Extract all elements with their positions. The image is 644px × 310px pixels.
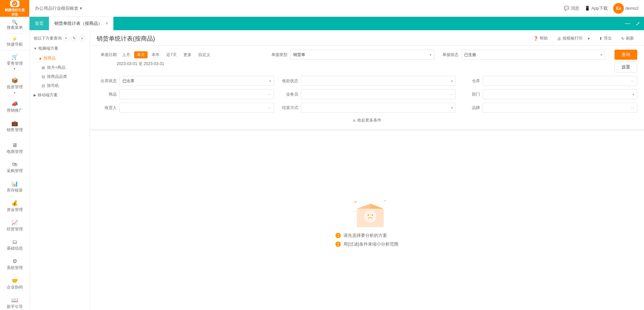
tab-home[interactable]: 首页 [30, 17, 49, 30]
scheme-item-month-goods[interactable]: ⊞ 按月+商品 [30, 63, 90, 72]
guide-label: 新手引导 [7, 304, 23, 310]
sidebar-item-operations[interactable]: 📈 经营管理 [0, 216, 29, 236]
sidebar-search[interactable]: 🔍 搜索菜单 [0, 17, 29, 34]
settlement-cell: 结算方式 ▾ [278, 103, 455, 113]
data-area: ✦ ✦ ✦ 1 请先选择要分析的方案 2 用[过滤]条件来缩小分析范围 [90, 131, 644, 310]
dept-select[interactable]: ▾ [483, 89, 637, 99]
warehouse-select[interactable]: ··· [483, 76, 637, 86]
scheme-item-driver[interactable]: ⊟ 按司机 [30, 81, 90, 90]
scheme-collapse-btn[interactable]: « [79, 35, 86, 42]
receiver-label: 收货人 [97, 105, 117, 111]
date-label: 单据日期 [97, 52, 117, 58]
scheme-edit-btn[interactable]: ✎ [71, 35, 77, 42]
active-tab-label: 销货单统计表（按商品） [54, 20, 102, 27]
logo-icon [10, 0, 19, 7]
svg-text:✦: ✦ [353, 210, 355, 213]
sidebar-item-sales[interactable]: 💼 销售管理 [0, 117, 29, 136]
ecommerce-label: 电商管理 [7, 149, 23, 155]
sidebar-item-finance[interactable]: 💰 资金管理 [0, 197, 29, 216]
driver-icon: ⊟ [42, 84, 45, 88]
tab-active[interactable]: 销货单统计表（按商品） × [49, 17, 113, 30]
industry-selector[interactable]: 办公用品行业模拟账套 ▾ [35, 5, 82, 11]
refresh-icon: ↻ [621, 36, 625, 41]
goods-select[interactable]: ··· [119, 89, 274, 99]
print-btn[interactable]: 🖨 按模板打印 | ▾ [554, 34, 593, 43]
refresh-btn[interactable]: ↻ 刷新 [618, 34, 637, 43]
payment-status-select[interactable]: ▾ [301, 76, 455, 86]
tab-maximize-btn[interactable]: ⤢ [634, 19, 641, 28]
sidebar-item-inventory[interactable]: 📊 库存核算 [0, 177, 29, 197]
app-logo: 畅捷信好生意 标版 [0, 0, 29, 17]
sidebar-item-guide[interactable]: 📖 新手引导 [0, 294, 29, 310]
retail-label: 零售管理 [7, 61, 23, 66]
sidebar-item-retail[interactable]: 🛒 零售管理 ▾ [0, 50, 29, 74]
top-header: 办公用品行业模拟账套 ▾ 💬 消息 📱 App下载 Ea demo2 [30, 0, 644, 17]
app-subtitle: 标版 [11, 12, 18, 16]
scheme-panel: 按以下方案查询 + ✎ « ▼ 电脑端方案 ● 按商品 ⊞ [30, 30, 90, 310]
scheme-add-btn[interactable]: + [63, 35, 69, 42]
procurement-icon: 🛍 [12, 161, 17, 167]
settlement-select[interactable]: ▾ [301, 103, 455, 113]
sidebar-item-ecommerce[interactable]: 🖥 电商管理 [0, 139, 29, 158]
scheme-group-mobile-header[interactable]: ▶ 移动端方案 [30, 90, 90, 100]
help-btn[interactable]: ❓ 帮助 [530, 34, 551, 43]
tab-close-btn[interactable]: × [106, 21, 108, 26]
warehouse-status-cell: 出库状态 已出库 ▾ [97, 76, 274, 86]
tip-2-text: 用[过滤]条件来缩小分析范围 [343, 241, 398, 247]
doc-status-select[interactable]: 已生效 ▾ [461, 50, 605, 60]
category-icon: ⊟ [42, 74, 45, 79]
message-btn[interactable]: 💬 消息 [564, 5, 579, 11]
sidebar-item-basics[interactable]: 🗂 基础信息 [0, 236, 29, 255]
sidebar-item-marketing[interactable]: 📣 营销推广 [0, 97, 29, 117]
settings-btn[interactable]: 设置 [614, 62, 637, 72]
receiver-select[interactable]: ··· [119, 103, 274, 113]
export-btn[interactable]: ⬆ 导出 [596, 34, 615, 43]
sidebar-item-system[interactable]: ⚙ 系统管理 [0, 255, 29, 274]
scheme-group-desktop-header[interactable]: ▼ 电脑端方案 [30, 44, 90, 53]
scheme-item-by-goods[interactable]: ● 按商品 [30, 53, 90, 63]
date-tab-custom[interactable]: 自定义 [196, 51, 213, 58]
sidebar-quick-nav[interactable]: ⚡ 快捷导航 [0, 34, 29, 50]
date-tab-this-month[interactable]: 本月 [134, 51, 148, 58]
basics-icon: 🗂 [12, 239, 17, 245]
tab-minimize-btn[interactable]: — [624, 19, 632, 28]
staff-select[interactable]: ··· [301, 89, 455, 99]
receiver-dots: ··· [268, 105, 271, 110]
main-area: 办公用品行业模拟账套 ▾ 💬 消息 📱 App下载 Ea demo2 首页 [30, 0, 644, 310]
help-icon: ❓ [533, 36, 538, 41]
query-btn[interactable]: 查询 [614, 50, 637, 60]
brand-select[interactable]: ··· [483, 103, 637, 113]
header-right: 💬 消息 📱 App下载 Ea demo2 [564, 3, 639, 14]
doc-type-label: 单据类型 [267, 52, 287, 58]
doc-type-select[interactable]: 销货单 ▾ [290, 50, 434, 60]
sidebar-item-enterprise[interactable]: 🤝 企业协同 [0, 274, 29, 294]
date-tab-7days[interactable]: 近7天 [164, 51, 179, 58]
date-tab-more[interactable]: 更多 [181, 51, 194, 58]
scheme-group-mobile: ▶ 移动端方案 [30, 90, 90, 100]
header-left: 办公用品行业模拟账套 ▾ [35, 5, 82, 11]
message-icon: 💬 [564, 6, 569, 11]
date-range-display: 2023-03-01 至 2023-03-31 [97, 61, 605, 67]
date-tab-last-month[interactable]: 上月 [119, 51, 133, 58]
action-buttons: 查询 设置 [614, 50, 637, 72]
app-download-btn[interactable]: 📱 App下载 [585, 5, 608, 11]
page-header: 销货单统计表(按商品) ❓ 帮助 🖨 按模板打印 | ▾ ⬆ 导出 [90, 30, 644, 46]
sales-icon: 💼 [11, 120, 18, 126]
sales-label: 销售管理 [7, 127, 23, 133]
scheme-item-category[interactable]: ⊟ 按商品品类 [30, 72, 90, 81]
page-actions: ❓ 帮助 🖨 按模板打印 | ▾ ⬆ 导出 ↻ 刷 [530, 34, 637, 43]
goods-scheme-icon: ● [39, 56, 42, 61]
user-profile[interactable]: Ea demo2 [613, 3, 639, 14]
staff-cell: 业务员 ··· [278, 89, 455, 99]
marketing-icon: 📣 [11, 101, 18, 107]
date-tab-this-year[interactable]: 本年 [149, 51, 162, 58]
warehouse-status-select[interactable]: 已出库 ▾ [119, 76, 274, 86]
collapse-more-btn[interactable]: ∧ 收起更多条件 [97, 115, 637, 125]
sidebar-item-procurement[interactable]: 🛍 采购管理 [0, 158, 29, 177]
inventory-label: 库存核算 [7, 188, 23, 193]
goods-scheme-label: 按商品 [44, 55, 56, 61]
app-title: 畅捷信好生意 [5, 8, 25, 12]
marketing-label: 营销推广 [7, 108, 23, 113]
sidebar-item-wholesale[interactable]: 📦 批发管理 ▴ [0, 74, 29, 97]
goods-cell: 商品 ··· [97, 89, 274, 99]
